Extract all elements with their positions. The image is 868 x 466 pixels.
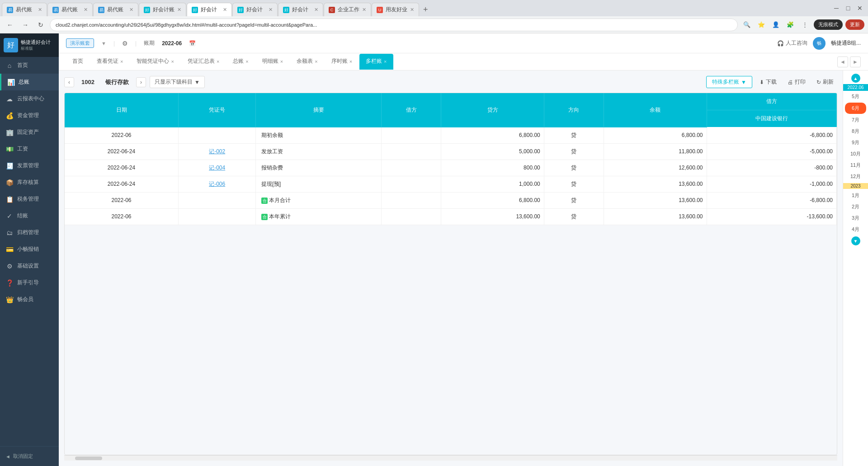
tab-close-chrono-ledger[interactable]: × bbox=[349, 59, 352, 64]
bookmark-icon[interactable]: ⭐ bbox=[755, 19, 768, 31]
sidebar-item-fixed-assets[interactable]: 🏢 固定资产 bbox=[0, 124, 59, 141]
calendar-month-nov[interactable]: 11月 bbox=[843, 160, 868, 171]
calendar-month-mar[interactable]: 3月 bbox=[843, 212, 868, 224]
tab-close-balance-table[interactable]: × bbox=[315, 59, 317, 64]
voucher-link[interactable]: 记-006 bbox=[179, 176, 256, 192]
cancel-fixed-button[interactable]: ◄ 取消固定 bbox=[5, 450, 53, 462]
calendar-month-aug[interactable]: 8月 bbox=[843, 126, 868, 137]
voucher-link[interactable]: 记-002 bbox=[179, 143, 256, 160]
tab-chrono-ledger[interactable]: 序时账 × bbox=[325, 54, 359, 70]
tab-general-ledger[interactable]: 总账 × bbox=[226, 54, 255, 70]
tab-close-multi-col[interactable]: × bbox=[384, 59, 387, 64]
sidebar-item-tax[interactable]: 📋 税务管理 bbox=[0, 191, 59, 207]
voucher-link[interactable]: 记-004 bbox=[179, 160, 256, 176]
calendar-scroll-down[interactable]: ▼ bbox=[843, 235, 868, 247]
tab-close-5[interactable]: ✕ bbox=[269, 7, 273, 13]
calendar-month-feb[interactable]: 2月 bbox=[843, 201, 868, 212]
demo-dropdown-arrow[interactable]: ▼ bbox=[101, 41, 106, 46]
tab-scroll-right[interactable]: ► bbox=[850, 56, 861, 67]
extension-icon[interactable]: 🧩 bbox=[784, 19, 797, 31]
tab-home[interactable]: 首页 bbox=[66, 54, 90, 70]
browser-tab-8[interactable]: U 用友好业 ✕ bbox=[372, 3, 419, 16]
tab-close-7[interactable]: ✕ bbox=[362, 7, 366, 13]
calendar-month-oct[interactable]: 10月 bbox=[843, 148, 868, 160]
search-icon[interactable]: 🔍 bbox=[741, 19, 753, 31]
sidebar-item-member[interactable]: 👑 畅会员 bbox=[0, 291, 59, 308]
maximize-button[interactable]: □ bbox=[844, 4, 853, 13]
sidebar-item-inventory[interactable]: 📦 库存核算 bbox=[0, 174, 59, 191]
customer-service-button[interactable]: 🎧 人工咨询 bbox=[777, 39, 807, 47]
settings-dots-icon[interactable]: ⋮ bbox=[798, 19, 811, 31]
tab-close-general-ledger[interactable]: × bbox=[245, 59, 248, 64]
tab-close-smart-voucher[interactable]: × bbox=[171, 59, 174, 64]
browser-tab-4[interactable]: 好 好会计 ✕ bbox=[187, 3, 232, 16]
refresh-button[interactable]: ↻ 刷新 bbox=[813, 76, 837, 88]
profile-icon[interactable]: 👤 bbox=[769, 19, 782, 31]
tab-voucher-summary[interactable]: 凭证汇总表 × bbox=[181, 54, 226, 70]
sidebar-item-settings[interactable]: ⚙ 基础设置 bbox=[0, 258, 59, 274]
browser-tab-3[interactable]: 好 好会计账 ✕ bbox=[139, 3, 186, 16]
calendar-month-may[interactable]: 5月 bbox=[843, 91, 868, 102]
address-input[interactable] bbox=[50, 19, 738, 31]
calendar-month-sep[interactable]: 9月 bbox=[843, 137, 868, 148]
sidebar-item-cloud-reports[interactable]: ☁ 云报表中心 bbox=[0, 90, 59, 107]
bottom-scroll-bar[interactable] bbox=[64, 455, 837, 461]
prev-account-button[interactable]: ‹ bbox=[64, 77, 74, 87]
tab-close-0[interactable]: ✕ bbox=[38, 7, 42, 13]
settings-gear-button[interactable]: ⚙ bbox=[122, 40, 128, 47]
tab-close-1[interactable]: ✕ bbox=[84, 7, 88, 13]
minimize-button[interactable]: ─ bbox=[832, 4, 841, 13]
tab-smart-voucher[interactable]: 智能凭证中心 × bbox=[130, 54, 180, 70]
tab-balance-table[interactable]: 余额表 × bbox=[290, 54, 324, 70]
browser-tab-6[interactable]: 好 好会计 ✕ bbox=[278, 3, 323, 16]
browser-tab-0[interactable]: 易 易代账 ✕ bbox=[2, 3, 47, 16]
tab-close-2[interactable]: ✕ bbox=[129, 7, 133, 13]
print-button[interactable]: 🖨 打印 bbox=[784, 76, 809, 88]
sidebar-item-home[interactable]: ⌂ 首页 bbox=[0, 57, 59, 74]
sidebar-item-close-books[interactable]: ✓ 结账 bbox=[0, 207, 59, 224]
tab-close-6[interactable]: ✕ bbox=[314, 7, 318, 13]
browser-tab-1[interactable]: 易 易代账 ✕ bbox=[47, 3, 93, 16]
scroll-thumb[interactable] bbox=[75, 457, 102, 460]
sidebar-item-guide[interactable]: ❓ 新手引导 bbox=[0, 274, 59, 291]
tab-close-3[interactable]: ✕ bbox=[177, 7, 181, 13]
browser-tab-5[interactable]: 好 好会计 ✕ bbox=[232, 3, 278, 16]
tab-scroll-left[interactable]: ◄ bbox=[837, 56, 848, 67]
next-account-button[interactable]: › bbox=[136, 77, 146, 87]
tab-close-detail-ledger[interactable]: × bbox=[280, 59, 283, 64]
forward-button[interactable]: → bbox=[19, 19, 32, 31]
calendar-month-jun[interactable]: 6月 bbox=[845, 103, 866, 114]
new-tab-button[interactable]: + bbox=[420, 3, 432, 16]
sidebar-item-archive[interactable]: 🗂 归档管理 bbox=[0, 224, 59, 241]
incognito-button[interactable]: 无痕模式 bbox=[814, 19, 843, 30]
sidebar-item-payroll[interactable]: 💵 工资 bbox=[0, 141, 59, 157]
calendar-month-jul[interactable]: 7月 bbox=[843, 114, 868, 126]
sidebar-item-invoice[interactable]: 🧾 发票管理 bbox=[0, 157, 59, 174]
filter-dropdown[interactable]: 只显示下级科目 ▼ bbox=[150, 76, 205, 88]
tab-close-8[interactable]: ✕ bbox=[410, 7, 414, 13]
browser-tab-2[interactable]: 易 易代账 ✕ bbox=[93, 3, 138, 16]
tab-close-voucher-summary[interactable]: × bbox=[217, 59, 219, 64]
tab-detail-ledger[interactable]: 明细账 × bbox=[256, 54, 289, 70]
tab-close-4[interactable]: ✕ bbox=[223, 7, 227, 13]
sidebar-item-ledger[interactable]: 📊 总账 bbox=[0, 74, 59, 90]
sidebar-item-expense[interactable]: 💳 小畅报销 bbox=[0, 241, 59, 258]
download-button[interactable]: ⬇ 下载 bbox=[756, 76, 780, 88]
calendar-scroll-up[interactable]: ▲ bbox=[843, 72, 868, 84]
calendar-month-dec[interactable]: 12月 bbox=[843, 171, 868, 182]
tab-view-voucher[interactable]: 查看凭证 × bbox=[90, 54, 129, 70]
calendar-month-jan[interactable]: 1月 bbox=[843, 190, 868, 201]
multi-col-button[interactable]: 特殊多栏账 ▼ bbox=[706, 76, 752, 88]
update-button[interactable]: 更新 bbox=[845, 19, 864, 30]
demo-badge[interactable]: 演示账套 bbox=[66, 38, 94, 48]
sidebar-item-fund[interactable]: 💰 资金管理 bbox=[0, 107, 59, 124]
back-button[interactable]: ← bbox=[4, 19, 16, 31]
tab-close-view-voucher[interactable]: × bbox=[120, 59, 123, 64]
calendar-icon[interactable]: 📅 bbox=[189, 40, 196, 47]
close-button[interactable]: ✕ bbox=[855, 4, 864, 13]
tab-multi-col[interactable]: 多栏账 × bbox=[359, 54, 393, 70]
scroll-up-icon[interactable]: ▲ bbox=[851, 74, 860, 83]
reload-button[interactable]: ↻ bbox=[34, 19, 47, 31]
calendar-month-apr[interactable]: 4月 bbox=[843, 224, 868, 235]
browser-tab-7[interactable]: C 企业工作 ✕ bbox=[324, 3, 371, 16]
